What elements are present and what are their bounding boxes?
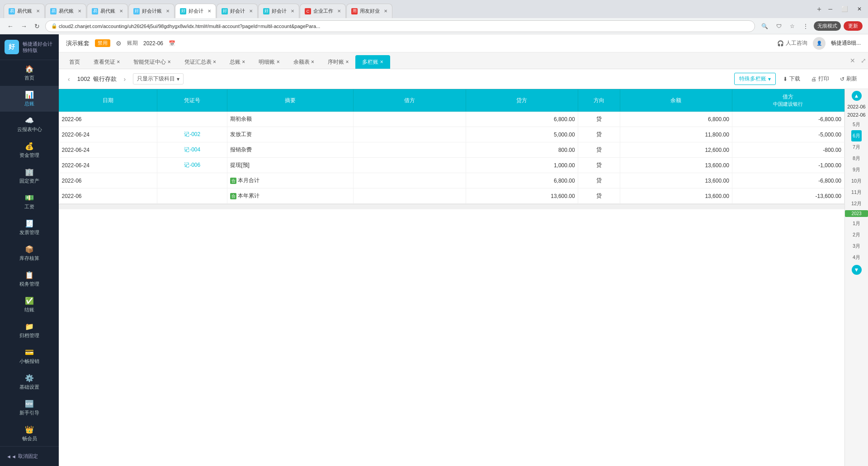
- browser-tab-t1[interactable]: 易易代账✕: [4, 4, 45, 18]
- sidebar-item-fixed-asset[interactable]: 🏢固定资产: [0, 163, 59, 189]
- date-item-2023-4月[interactable]: 4月: [853, 252, 860, 263]
- date-panel-down-arrow[interactable]: ▼: [852, 265, 862, 275]
- browser-tab-t5[interactable]: 好好会计✕: [175, 4, 216, 18]
- sidebar-item-invoice[interactable]: 🧾发票管理: [0, 215, 59, 240]
- help-button[interactable]: 🎧 人工咨询: [777, 39, 807, 47]
- headset-icon: 🎧: [777, 40, 784, 47]
- date-item-8月[interactable]: 8月: [851, 153, 862, 164]
- sidebar-item-archive[interactable]: 📁归档管理: [0, 318, 59, 344]
- page-tab-总账[interactable]: 总账 ×: [223, 55, 252, 69]
- sidebar-item-tax[interactable]: 📋税务管理: [0, 266, 59, 292]
- page-tab-多栏账[interactable]: 多栏账 ×: [355, 55, 390, 69]
- forward-button[interactable]: →: [19, 21, 29, 32]
- tab-close-icon[interactable]: ✕: [208, 9, 211, 14]
- date-panel-up-arrow[interactable]: ▲: [852, 91, 862, 101]
- date-item-2023-1月[interactable]: 1月: [853, 218, 860, 229]
- date-item-9月[interactable]: 9月: [851, 164, 862, 175]
- next-account-button[interactable]: ›: [122, 75, 128, 84]
- voucher-link[interactable]: 记-004: [184, 146, 200, 153]
- tab-close-icon[interactable]: ✕: [78, 9, 81, 14]
- sidebar-item-fund[interactable]: 💰资金管理: [0, 137, 59, 163]
- tab-close-icon[interactable]: ✕: [36, 9, 40, 14]
- reload-button[interactable]: ↻: [33, 21, 42, 32]
- date-item-5月[interactable]: 5月: [851, 119, 862, 130]
- browser-tab-t9[interactable]: 用用友好业✕: [346, 4, 392, 18]
- sidebar-item-inventory[interactable]: 📦库存核算: [0, 240, 59, 266]
- restore-button[interactable]: ⬜: [839, 5, 851, 13]
- page-tab-查看凭证[interactable]: 查看凭证 ×: [87, 55, 127, 69]
- voucher-link[interactable]: 记-002: [184, 131, 200, 137]
- date-item-12月[interactable]: 12月: [851, 198, 862, 209]
- account-code: 1002: [77, 75, 90, 82]
- browser-menu-icon[interactable]: ⋮: [800, 22, 811, 31]
- cell-direction: 贷: [578, 158, 620, 173]
- cell-credit: 5,000.00: [466, 127, 578, 142]
- cell-voucher[interactable]: 记-002: [157, 127, 227, 142]
- sidebar-item-settle[interactable]: ✅结账: [0, 292, 59, 318]
- scrollbar-area[interactable]: [59, 204, 844, 209]
- sidebar-item-member[interactable]: 👑畅会员: [0, 421, 59, 446]
- incognito-button[interactable]: 无痕模式: [814, 21, 841, 31]
- col-debit: 借方: [354, 89, 466, 112]
- cell-voucher[interactable]: 记-004: [157, 142, 227, 158]
- sub-filter[interactable]: 只显示下级科目 ▾: [133, 73, 184, 85]
- download-button[interactable]: ⬇ 下载: [779, 73, 804, 85]
- close-button[interactable]: ✕: [854, 5, 864, 13]
- cell-debit: [354, 142, 466, 158]
- settings-icon[interactable]: ⚙: [116, 40, 122, 47]
- expand-panel-button[interactable]: ⤢: [859, 56, 868, 65]
- unpin-button[interactable]: ◄◄ 取消固定: [4, 450, 55, 462]
- date-item-2023-2月[interactable]: 2月: [853, 229, 860, 240]
- cell-multi-col: -13,600.00: [732, 188, 844, 204]
- search-icon[interactable]: 🔍: [759, 22, 771, 31]
- page-tab-明细账[interactable]: 明细账 ×: [252, 55, 286, 69]
- shield-icon[interactable]: 🛡: [774, 22, 784, 31]
- page-tab-智能凭证中心[interactable]: 智能凭证中心 ×: [127, 55, 177, 69]
- browser-tab-t7[interactable]: 好好会计✕: [258, 4, 299, 18]
- sub-filter-label: 只显示下级科目: [137, 75, 175, 83]
- tab-close-icon[interactable]: ✕: [166, 9, 170, 14]
- minimize-button[interactable]: ─: [826, 5, 835, 13]
- date-item-7月[interactable]: 7月: [851, 141, 862, 153]
- date-item-10月[interactable]: 10月: [851, 175, 862, 187]
- page-tab-首页[interactable]: 首页: [62, 55, 87, 69]
- browser-tab-t3[interactable]: 易易代账✕: [87, 4, 128, 18]
- tab-close-icon[interactable]: ✕: [249, 9, 253, 14]
- cell-voucher[interactable]: 记-006: [157, 158, 227, 173]
- date-item-6月[interactable]: 6月: [851, 130, 862, 141]
- sidebar-item-home[interactable]: 🏠首页: [0, 60, 59, 86]
- refresh-button[interactable]: ↺ 刷新: [836, 73, 861, 85]
- sidebar-item-ledger[interactable]: 📊总账: [0, 86, 59, 112]
- page-tab-序时账[interactable]: 序时账 ×: [321, 55, 355, 69]
- update-button[interactable]: 更新: [844, 21, 863, 31]
- browser-tab-t6[interactable]: 好好会计✕: [217, 4, 258, 18]
- dropdown-icon: ▾: [768, 76, 771, 82]
- tab-close-icon[interactable]: ✕: [291, 9, 294, 14]
- page-tab-余额表[interactable]: 余额表 ×: [287, 55, 321, 69]
- sidebar-item-guide[interactable]: 🆕新手引导: [0, 395, 59, 421]
- tax-icon: 📋: [25, 271, 34, 279]
- date-item-2023-3月[interactable]: 3月: [853, 240, 860, 252]
- print-button[interactable]: 🖨 打印: [807, 73, 833, 85]
- new-tab-button[interactable]: ＋: [813, 3, 826, 15]
- sidebar-item-expense[interactable]: 💳小畅报销: [0, 344, 59, 369]
- calendar-icon[interactable]: 📅: [169, 40, 175, 47]
- date-item-11月[interactable]: 11月: [851, 187, 862, 198]
- voucher-link[interactable]: 记-006: [184, 162, 200, 168]
- sidebar-item-payroll[interactable]: 💵工资: [0, 189, 59, 215]
- close-panel-button[interactable]: ✕: [848, 56, 857, 65]
- page-tab-凭证汇总表[interactable]: 凭证汇总表 ×: [178, 55, 223, 69]
- tab-close-icon[interactable]: ✕: [337, 9, 341, 14]
- sidebar-item-cloud-report[interactable]: ☁️云报表中心: [0, 112, 59, 137]
- url-bar[interactable]: 🔒 cloud2.chanjet.com/accounting/uh26t264…: [45, 20, 755, 32]
- browser-tab-t8[interactable]: C企业工作✕: [300, 4, 346, 18]
- multi-col-button[interactable]: 特殊多栏账 ▾: [734, 73, 776, 85]
- browser-tab-t4[interactable]: 好好会计账✕: [128, 4, 175, 18]
- tab-close-icon[interactable]: ✕: [384, 9, 387, 14]
- tab-close-icon[interactable]: ✕: [119, 9, 123, 14]
- browser-tab-t2[interactable]: 易易代账✕: [45, 4, 86, 18]
- prev-account-button[interactable]: ‹: [66, 75, 72, 84]
- sidebar-item-settings[interactable]: ⚙️基础设置: [0, 369, 59, 395]
- back-button[interactable]: ←: [5, 21, 15, 32]
- star-icon[interactable]: ☆: [787, 22, 797, 31]
